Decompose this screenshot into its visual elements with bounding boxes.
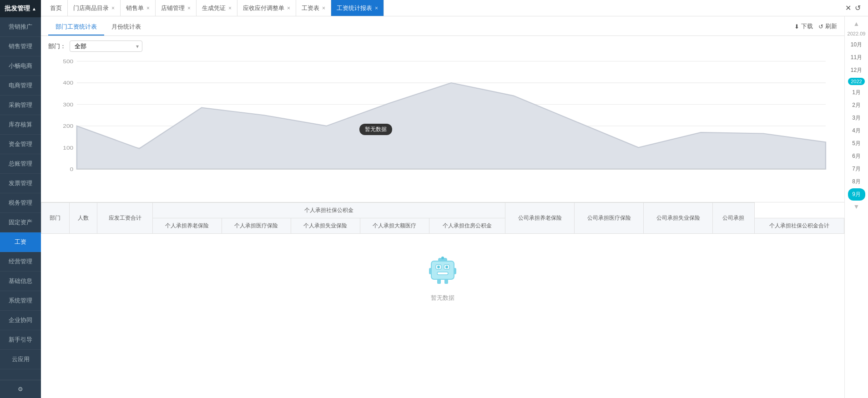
- month-2023-3月[interactable]: 3月: [848, 112, 865, 124]
- tab-label-receivable: 应收应付调整单: [243, 4, 284, 12]
- table-area[interactable]: 部门人数应发工资合计个人承担社保公积金公司承担养老保险公司承担医疗保险公司承担失…: [41, 202, 844, 398]
- month-2023-7月[interactable]: 7月: [848, 163, 865, 175]
- refresh-icon: ↺: [818, 23, 823, 30]
- sub-tab-bar: 部门工资统计表月份统计表 ⬇ 下载 ↺ 刷新: [41, 16, 844, 36]
- col-header-人数: 人数: [69, 203, 97, 234]
- page-content: 部门工资统计表月份统计表 ⬇ 下载 ↺ 刷新 部门： 全部销售部采购部财务部行政…: [41, 16, 868, 398]
- sidebar-item-qiye[interactable]: 企业协同: [0, 311, 41, 330]
- month-2023-2月[interactable]: 2月: [848, 99, 865, 111]
- svg-rect-18: [454, 268, 456, 274]
- col-header-公司承担失业保险: 公司承担失业保险: [644, 203, 713, 234]
- data-table: 部门人数应发工资合计个人承担社保公积金公司承担养老保险公司承担医疗保险公司承担失…: [41, 202, 844, 320]
- sub-tab-actions: ⬇ 下载 ↺ 刷新: [794, 22, 837, 33]
- svg-point-21: [437, 266, 440, 268]
- sidebar-item-kucun[interactable]: 库存核算: [0, 115, 41, 135]
- main-area: 首页门店商品目录×销售单×店铺管理×生成凭证×应收应付调整单×工资表×工资统计报…: [41, 0, 868, 398]
- svg-rect-16: [437, 272, 448, 275]
- svg-point-24: [441, 257, 444, 259]
- time-up-arrow[interactable]: ▲: [852, 18, 862, 29]
- dept-filter[interactable]: 全部销售部采购部财务部行政部: [70, 40, 142, 52]
- month-2022-11月[interactable]: 11月: [848, 51, 865, 64]
- tab-label-payroll-stats: 工资统计报表: [337, 4, 372, 12]
- svg-rect-19: [437, 279, 441, 284]
- sidebar-item-jichu[interactable]: 基础信息: [0, 272, 41, 291]
- month-2023-6月[interactable]: 6月: [848, 150, 865, 162]
- sidebar-item-dianshang[interactable]: 电商管理: [0, 76, 41, 96]
- sidebar-item-fapiao[interactable]: 发票管理: [0, 174, 41, 193]
- tab-close-store[interactable]: ×: [187, 5, 191, 11]
- download-button[interactable]: ⬇ 下载: [794, 22, 813, 30]
- tab-bar-end: ✕ ↺: [842, 4, 864, 12]
- tab-close-payroll-stats[interactable]: ×: [375, 5, 378, 11]
- col-header-公司承担医疗保险: 公司承担医疗保险: [575, 203, 644, 234]
- svg-point-22: [445, 266, 448, 268]
- sidebar-item-gudingzichan[interactable]: 固定资产: [0, 213, 41, 232]
- sidebar-item-zongzhang[interactable]: 总账管理: [0, 154, 41, 174]
- month-2023-5月[interactable]: 5月: [848, 137, 865, 150]
- svg-rect-13: [431, 261, 454, 279]
- tab-close-payroll[interactable]: ×: [322, 5, 325, 11]
- col-header-部门: 部门: [41, 203, 70, 234]
- refresh-label: 刷新: [825, 22, 837, 30]
- tab-close-sales[interactable]: ×: [146, 5, 150, 11]
- month-2022-12月[interactable]: 12月: [848, 64, 865, 76]
- sidebar-item-xiaoshou[interactable]: 销售管理: [0, 37, 41, 56]
- tab-sales[interactable]: 销售单×: [121, 0, 156, 16]
- tab-close-production[interactable]: ×: [228, 5, 232, 11]
- tab-payroll-stats[interactable]: 工资统计报表×: [331, 0, 384, 16]
- tab-close-receivable[interactable]: ×: [287, 5, 290, 11]
- filter-label: 部门：: [48, 42, 66, 50]
- sidebar-header[interactable]: 批发管理 ▲: [0, 0, 41, 17]
- tab-product[interactable]: 门店商品目录×: [68, 0, 121, 16]
- tab-refresh-icon[interactable]: ↺: [855, 4, 861, 12]
- svg-text:500: 500: [63, 58, 73, 65]
- subtab-dept[interactable]: 部门工资统计表: [48, 20, 104, 35]
- month-2023-1月[interactable]: 1月: [848, 86, 865, 99]
- time-down-arrow[interactable]: ▼: [852, 201, 862, 212]
- col-sub-个人承担失业保险: 个人承担失业保险: [291, 218, 360, 234]
- sidebar-item-yingxiao[interactable]: 营销推广: [0, 17, 41, 37]
- col-header-公司承担养老保险: 公司承担养老保险: [505, 203, 575, 234]
- col-header-公司承担: 公司承担: [713, 203, 755, 234]
- month-2023-9月[interactable]: 9月: [848, 188, 865, 201]
- tab-close-all-icon[interactable]: ✕: [845, 4, 851, 12]
- sidebar-title: 批发管理: [5, 5, 30, 13]
- sidebar: 批发管理 ▲ 营销推广销售管理小畅电商电商管理采购管理库存核算资金管理总账管理发…: [0, 0, 41, 398]
- month-2023-4月[interactable]: 4月: [848, 125, 865, 137]
- sidebar-item-shuiwu[interactable]: 税务管理: [0, 193, 41, 213]
- tab-close-product[interactable]: ×: [111, 5, 115, 11]
- month-2022-10月[interactable]: 10月: [848, 39, 865, 51]
- sidebar-item-gongzi[interactable]: 工资: [0, 232, 41, 252]
- tab-production[interactable]: 生成凭证×: [197, 0, 237, 16]
- empty-text: 暂无数据: [431, 294, 454, 302]
- year-2022-badge[interactable]: 2022: [848, 78, 864, 85]
- tab-bar: 首页门店商品目录×销售单×店铺管理×生成凭证×应收应付调整单×工资表×工资统计报…: [41, 0, 868, 16]
- tab-label-sales: 销售单: [126, 4, 144, 12]
- download-icon: ⬇: [794, 23, 799, 30]
- svg-text:200: 200: [63, 123, 73, 129]
- filter-row: 部门： 全部销售部采购部财务部行政部: [41, 36, 844, 56]
- tab-payroll[interactable]: 工资表×: [296, 0, 331, 16]
- sidebar-item-xinshou[interactable]: 新手引导: [0, 330, 41, 350]
- col-header-应发工资合计: 应发工资合计: [97, 203, 153, 234]
- refresh-button[interactable]: ↺ 刷新: [818, 22, 837, 30]
- col-group-personal: 个人承担社保公积金: [152, 203, 505, 218]
- tab-home[interactable]: 首页: [45, 0, 68, 16]
- tab-label-store: 店铺管理: [161, 4, 185, 12]
- tab-label-production: 生成凭证: [202, 4, 226, 12]
- year-2022-label: 2022.09: [847, 29, 867, 38]
- month-2023-8月[interactable]: 8月: [848, 176, 865, 188]
- subtab-month[interactable]: 月份统计表: [104, 20, 148, 35]
- sidebar-settings[interactable]: ⚙: [0, 380, 41, 398]
- sidebar-item-jingying[interactable]: 经营管理: [0, 252, 41, 272]
- tab-receivable[interactable]: 应收应付调整单×: [237, 0, 296, 16]
- sidebar-item-xitong[interactable]: 系统管理: [0, 291, 41, 311]
- svg-rect-17: [429, 268, 432, 274]
- tab-store[interactable]: 店铺管理×: [156, 0, 197, 16]
- tab-label-home: 首页: [50, 4, 62, 12]
- svg-text:100: 100: [63, 145, 73, 151]
- sidebar-item-xiaochang[interactable]: 小畅电商: [0, 56, 41, 76]
- sidebar-item-caigou[interactable]: 采购管理: [0, 96, 41, 115]
- sidebar-item-zijin[interactable]: 资金管理: [0, 135, 41, 154]
- sidebar-item-yun[interactable]: 云应用: [0, 350, 41, 369]
